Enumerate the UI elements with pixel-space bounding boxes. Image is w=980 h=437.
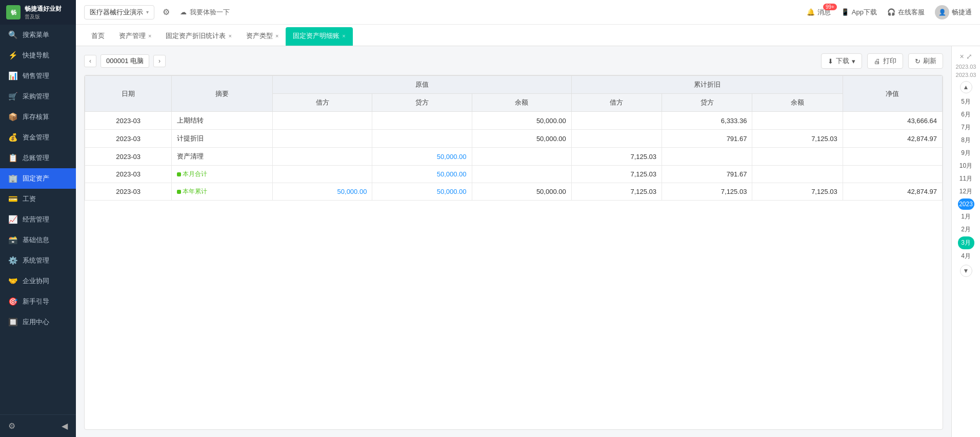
sidebar-header: 畅 畅捷通好业财 普及版 — [0, 0, 76, 25]
sidebar-item-fixed-assets[interactable]: 🏢 固定资产 — [0, 168, 76, 189]
user-label: 畅捷通 — [952, 8, 972, 17]
asset-code-text: 000001 电脑 — [106, 57, 144, 65]
timeline-month-2[interactable]: 2月 — [952, 223, 980, 236]
sidebar-item-label: 采购管理 — [23, 92, 49, 101]
nav-next-btn[interactable]: › — [153, 55, 166, 67]
app-download-btn[interactable]: 📱 App下载 — [841, 8, 877, 17]
cell-net-value — [843, 148, 942, 166]
sidebar-item-app-center[interactable]: 🔲 应用中心 — [0, 312, 76, 332]
experience-btn[interactable]: ☁ 我要体验一下 — [180, 8, 230, 17]
sidebar-item-basics[interactable]: 🗃️ 基础信息 — [0, 230, 76, 250]
basics-icon: 🗃️ — [8, 235, 17, 245]
tab-asset-detail[interactable]: 固定资产明细账 × — [286, 27, 352, 46]
sidebar-item-funds[interactable]: 💰 资金管理 — [0, 127, 76, 148]
timeline-scroll-up-btn[interactable]: ▲ — [960, 81, 972, 93]
tab-depreciation-stat-close[interactable]: × — [228, 33, 231, 39]
collapse-icon[interactable]: ◀ — [62, 421, 68, 431]
timeline-month-11[interactable]: 11月 — [952, 172, 980, 185]
timeline-month-9[interactable]: 9月 — [952, 147, 980, 160]
timeline-year-top-2: 2023.03 — [952, 71, 980, 79]
download-label: 下载 — [836, 56, 849, 66]
tag-green: 本月合计 — [177, 170, 207, 178]
tab-home[interactable]: 首页 — [84, 27, 112, 46]
cloud-icon: ☁ — [180, 8, 187, 16]
sidebar: 畅 畅捷通好业财 普及版 🔍 搜索菜单 ⚡ 快捷导航 📊 销售管理 🛒 采购管理… — [0, 0, 76, 437]
system-icon: ⚙️ — [8, 256, 17, 265]
cell-net-value — [843, 166, 942, 183]
sidebar-item-purchase[interactable]: 🛒 采购管理 — [0, 86, 76, 107]
download-btn[interactable]: ⬇ 下载 ▾ — [821, 53, 862, 69]
nav-prev-btn[interactable]: ‹ — [84, 55, 96, 67]
sales-icon: 📊 — [8, 71, 17, 81]
tab-asset-type-close[interactable]: × — [275, 33, 278, 39]
customer-service-btn[interactable]: 🎧 在线客服 — [887, 8, 925, 17]
sidebar-item-inventory[interactable]: 📦 库存核算 — [0, 107, 76, 127]
timeline-expand-btn[interactable]: ⤢ — [966, 52, 972, 61]
print-label: 打印 — [883, 56, 896, 66]
collab-icon: 🤝 — [8, 276, 17, 286]
sidebar-item-label: 搜索菜单 — [23, 30, 49, 39]
toolbar-row: ‹ 000001 电脑 › ⬇ 下载 ▾ 🖨 打印 — [84, 53, 943, 69]
sidebar-item-system[interactable]: ⚙️ 系统管理 — [0, 250, 76, 271]
cell-ov-balance — [472, 166, 571, 183]
th-ad-balance: 余额 — [752, 94, 843, 112]
cell-date: 2023-03 — [85, 148, 172, 166]
cell-ad-balance: 7,125.03 — [752, 183, 843, 201]
sidebar-item-label: 应用中心 — [23, 317, 49, 327]
th-date: 日期 — [85, 76, 172, 112]
refresh-btn[interactable]: ↻ 刷新 — [908, 53, 943, 69]
timeline-month-4[interactable]: 4月 — [952, 250, 980, 263]
tab-asset-mgmt[interactable]: 资产管理 × — [112, 27, 158, 46]
cell-net-value: 42,874.97 — [843, 183, 942, 201]
cell-ov-debit — [273, 148, 372, 166]
cell-summary: 本月合计 — [172, 166, 273, 183]
timeline-month-1[interactable]: 1月 — [952, 210, 980, 223]
sidebar-item-operations[interactable]: 📈 经营管理 — [0, 209, 76, 230]
cell-ad-credit: 7,125.03 — [662, 183, 752, 201]
timeline-close-btn[interactable]: × — [959, 52, 964, 61]
timeline-month-5[interactable]: 5月 — [952, 95, 980, 108]
cell-ad-debit — [571, 130, 662, 148]
sidebar-item-collab[interactable]: 🤝 企业协同 — [0, 271, 76, 291]
sidebar-footer: ⚙ ◀ — [0, 414, 76, 437]
cell-ov-debit — [273, 166, 372, 183]
sidebar-item-payroll[interactable]: 💳 工资 — [0, 189, 76, 209]
cell-summary: 资产清理 — [172, 148, 273, 166]
tab-asset-detail-close[interactable]: × — [342, 33, 345, 39]
tabbar: 首页 资产管理 × 固定资产折旧统计表 × 资产类型 × 固定资产明细账 × — [76, 25, 980, 46]
timeline-month-12[interactable]: 12月 — [952, 185, 980, 198]
app-download-label: App下载 — [852, 8, 877, 17]
settings-icon[interactable]: ⚙ — [8, 421, 15, 431]
timeline-month-8[interactable]: 8月 — [952, 134, 980, 147]
timeline-month-7[interactable]: 7月 — [952, 121, 980, 134]
sidebar-item-quick-nav[interactable]: ⚡ 快捷导航 — [0, 45, 76, 66]
timeline-scroll-down-btn[interactable]: ▼ — [960, 265, 972, 277]
timeline-month-3[interactable]: 3月 — [958, 236, 974, 249]
asset-nav: ‹ 000001 电脑 › — [84, 54, 166, 68]
timeline-year-2023[interactable]: 2023 — [958, 198, 974, 210]
sidebar-item-ledger[interactable]: 📋 总账管理 — [0, 148, 76, 168]
experience-label: 我要体验一下 — [190, 8, 230, 17]
funds-icon: 💰 — [8, 133, 17, 142]
bell-icon: 🔔 — [807, 8, 815, 16]
notification-btn[interactable]: 🔔 消息 99+ — [807, 8, 831, 17]
sidebar-item-sales[interactable]: 📊 销售管理 — [0, 66, 76, 86]
sidebar-item-search[interactable]: 🔍 搜索菜单 — [0, 25, 76, 45]
ledger-icon: 📋 — [8, 153, 17, 163]
timeline-month-10[interactable]: 10月 — [952, 160, 980, 172]
user-btn[interactable]: 👤 畅捷通 — [935, 5, 972, 19]
cell-ov-balance — [472, 148, 571, 166]
company-selector[interactable]: 医疗器械行业演示 ▾ — [84, 5, 154, 19]
tab-depreciation-stat[interactable]: 固定资产折旧统计表 × — [158, 27, 238, 46]
tab-depreciation-stat-label: 固定资产折旧统计表 — [166, 31, 226, 41]
guide-icon: 🎯 — [8, 297, 17, 306]
sidebar-item-guide[interactable]: 🎯 新手引导 — [0, 291, 76, 312]
timeline-month-6[interactable]: 6月 — [952, 108, 980, 121]
settings-gear-icon[interactable]: ⚙ — [163, 7, 170, 17]
ledger-table: 日期 摘要 原值 累计折旧 净值 借方 贷方 余额 借方 贷方 余额 — [85, 75, 943, 201]
tab-asset-mgmt-close[interactable]: × — [148, 33, 151, 39]
tab-asset-type[interactable]: 资产类型 × — [239, 27, 286, 46]
purchase-icon: 🛒 — [8, 92, 17, 101]
print-btn[interactable]: 🖨 打印 — [867, 53, 903, 69]
content-area: ‹ 000001 电脑 › ⬇ 下载 ▾ 🖨 打印 — [76, 46, 980, 437]
